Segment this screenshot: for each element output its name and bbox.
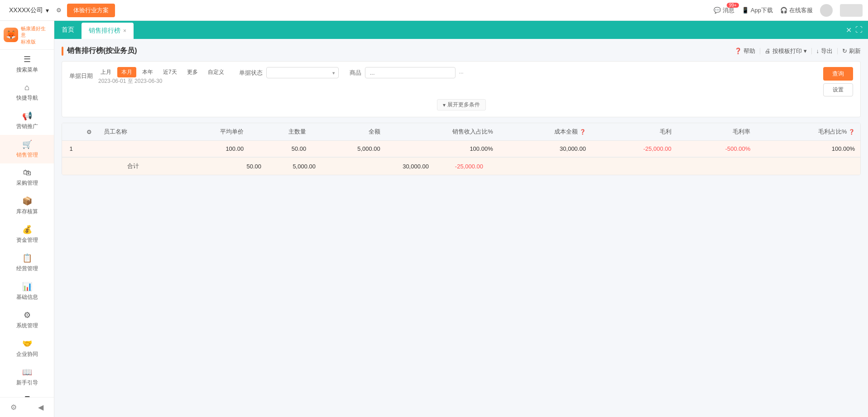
tab-home[interactable]: 首页 — [54, 21, 82, 39]
top-right-area: 💬 消息 99+ 📱 App下载 🎧 在线客服 — [714, 4, 863, 17]
goods-filter: 商品 ··· — [350, 67, 464, 78]
tab-close-icon[interactable]: × — [123, 28, 126, 34]
main-content: 销售排行榜(按业务员) ❓ 帮助 🖨 按模板打印 ▾ — [54, 39, 868, 417]
footer-amount: 5,000.00 — [267, 163, 321, 170]
export-button[interactable]: ↓ 导出 — [816, 47, 833, 55]
th-name: 员工名称 — [98, 123, 174, 141]
footer-gross: -25,000.00 — [434, 163, 489, 170]
refresh-icon: ↻ — [842, 48, 847, 54]
gross-pct-help-icon[interactable]: ❓ — [849, 129, 855, 134]
filter-settings-button[interactable]: 设置 — [823, 83, 853, 96]
sidebar-bottom: ⚙ ◀ — [0, 397, 54, 417]
query-button[interactable]: 查询 — [823, 67, 853, 81]
sidebar-item-system[interactable]: ⚙ 系统管理 — [0, 306, 54, 334]
sidebar-item-finance[interactable]: 💰 资金管理 — [0, 220, 54, 249]
sales-icon: 🛒 — [22, 139, 32, 149]
sidebar-item-sales[interactable]: 🛒 销售管理 — [0, 135, 54, 163]
online-service-button[interactable]: 🎧 在线客服 — [780, 6, 813, 14]
date-btn-this-year[interactable]: 本年 — [138, 67, 157, 77]
cell-amount: 5,000.00 — [312, 141, 386, 157]
refresh-button[interactable]: ↻ 刷新 — [842, 47, 861, 55]
company-selector[interactable]: XXXXX公司 ▾ — [5, 5, 53, 16]
filter-right-actions: 查询 设置 — [823, 67, 853, 96]
tab-sales-ranking[interactable]: 销售排行榜 × — [82, 23, 134, 39]
title-accent — [62, 47, 63, 56]
sidebar-label-basic-info: 基础信息 — [16, 293, 38, 301]
trial-button[interactable]: 体验行业方案 — [67, 4, 115, 17]
sidebar-label-purchase: 采购管理 — [16, 179, 38, 187]
cell-sales-pct: 100.00% — [386, 141, 499, 157]
page-header: 销售排行榜(按业务员) ❓ 帮助 🖨 按模板打印 ▾ — [62, 46, 861, 56]
tab-sales-ranking-label: 销售排行榜 — [89, 27, 120, 35]
app-download-icon: 📱 — [742, 7, 749, 14]
date-btn-last-7-days[interactable]: 近7天 — [159, 67, 181, 77]
th-cost: 成本全额 ❓ — [499, 123, 591, 141]
goods-more-icon[interactable]: ··· — [459, 70, 464, 76]
company-name: XXXXX公司 — [9, 6, 43, 14]
cell-gross-rate: -500.00% — [677, 141, 756, 157]
avatar[interactable] — [820, 4, 833, 17]
expand-window-icon[interactable]: ⛶ — [855, 26, 863, 34]
basic-info-icon: 📊 — [22, 282, 32, 292]
sidebar-item-inventory[interactable]: 📦 库存核算 — [0, 192, 54, 220]
logo-line1: 畅康通好生意 — [21, 25, 50, 38]
cell-avg-price: 100.00 — [174, 141, 249, 157]
app-download-label: App下载 — [751, 6, 773, 14]
divider2 — [811, 48, 812, 54]
date-btn-last-month[interactable]: 上月 — [96, 67, 115, 77]
expand-arrow-icon: ▾ — [443, 102, 446, 108]
data-table: ⚙ 员工名称 平均单价 主数量 全额 销售收入占比% 成本全额 ❓ 毛利 毛利率 — [62, 123, 860, 157]
column-settings-icon[interactable]: ⚙ — [86, 129, 92, 135]
th-avg-price: 平均单价 — [174, 123, 249, 141]
purchase-icon: 🛍 — [23, 168, 31, 177]
date-btn-this-month[interactable]: 本月 — [117, 67, 136, 77]
logo-text: 畅康通好生意 标准版 — [21, 25, 50, 45]
sidebar-settings-btn[interactable]: ⚙ — [7, 401, 20, 413]
cost-help-icon[interactable]: ❓ — [580, 129, 586, 134]
sidebar-item-marketing[interactable]: 📢 营销推广 — [0, 106, 54, 135]
divider1 — [760, 48, 760, 54]
help-label: 帮助 — [743, 47, 755, 55]
settings-icon[interactable]: ⚙ — [56, 7, 62, 14]
status-label: 单据状态 — [239, 69, 263, 77]
date-buttons: 上月 本月 本年 近7天 更多 自定义 — [96, 67, 228, 77]
print-arrow-icon: ▾ — [804, 48, 807, 54]
sidebar-item-enterprise[interactable]: 🤝 企业协同 — [0, 334, 54, 363]
th-amount: 全额 — [312, 123, 386, 141]
logo-icon: 🦊 — [4, 28, 18, 42]
status-select[interactable] — [266, 67, 339, 78]
sidebar-item-app-center[interactable]: 📱 应用中心 — [0, 391, 54, 397]
username-display — [840, 4, 863, 17]
date-btn-custom[interactable]: 自定义 — [204, 67, 228, 77]
online-service-label: 在线客服 — [789, 6, 813, 14]
table-footer: 合计 50.00 5,000.00 30,000.00 -25,000.00 — [62, 157, 860, 175]
sidebar-item-search[interactable]: ☰ 搜索菜单 — [0, 50, 54, 78]
sidebar-item-shortcut[interactable]: ⌂ 快捷导航 — [0, 78, 54, 106]
finance-icon: 💰 — [22, 225, 32, 235]
sidebar-item-basic-info[interactable]: 📊 基础信息 — [0, 277, 54, 306]
sidebar-nav: ☰ 搜索菜单 ⌂ 快捷导航 📢 营销推广 🛒 销售管理 🛍 采购管理 — [0, 50, 54, 397]
th-settings[interactable]: ⚙ — [80, 123, 98, 141]
close-window-icon[interactable]: ✕ — [846, 26, 852, 34]
sidebar-label-finance: 资金管理 — [16, 236, 38, 244]
date-btn-more[interactable]: 更多 — [183, 67, 202, 77]
expand-conditions-button[interactable]: ▾ 展开更多条件 — [437, 99, 486, 110]
sidebar-label-search: 搜索菜单 — [16, 66, 38, 74]
help-button[interactable]: ❓ 帮助 — [734, 47, 755, 55]
sidebar-item-purchase[interactable]: 🛍 采购管理 — [0, 163, 54, 192]
filter-bar: 单据日期 上月 本月 本年 近7天 更多 自定义 20 — [62, 61, 861, 117]
refresh-label: 刷新 — [849, 47, 861, 55]
marketing-icon: 📢 — [22, 111, 32, 121]
goods-input[interactable] — [365, 67, 456, 78]
header-actions: ❓ 帮助 🖨 按模板打印 ▾ ↓ 导出 — [734, 47, 861, 55]
print-button[interactable]: 🖨 按模板打印 ▾ — [765, 47, 807, 55]
tab-bar-right: ✕ ⛶ — [846, 26, 868, 34]
system-icon: ⚙ — [24, 310, 31, 320]
sidebar-item-operations[interactable]: 📋 经营管理 — [0, 249, 54, 277]
app-download-button[interactable]: 📱 App下载 — [742, 6, 773, 14]
cell-gross-pct: 100.00% — [756, 141, 860, 157]
message-button[interactable]: 💬 消息 99+ — [714, 6, 734, 14]
tab-home-label: 首页 — [62, 26, 74, 34]
sidebar-item-guide[interactable]: 📖 新手引导 — [0, 363, 54, 391]
sidebar-collapse-btn[interactable]: ◀ — [34, 401, 47, 413]
